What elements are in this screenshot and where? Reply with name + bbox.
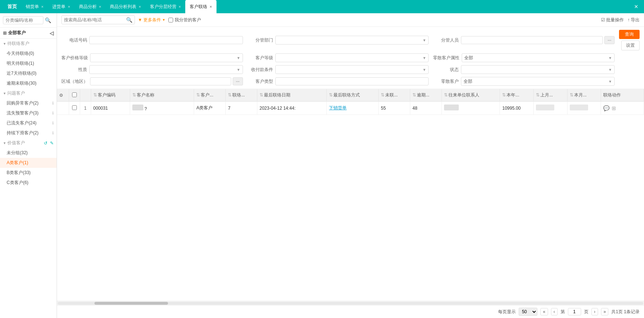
close-all-tabs-button[interactable]: ×: [631, 3, 641, 11]
th-last-method[interactable]: ⇅最后联络方式: [327, 89, 379, 102]
page-label: 第: [561, 309, 565, 315]
th-overdue[interactable]: ⇅逾期...: [410, 89, 442, 102]
triangle-icon: ▼: [3, 42, 6, 46]
sidebar-item-c-class[interactable]: C类客户(6): [0, 178, 57, 188]
th-category[interactable]: ⇅客户...: [194, 89, 226, 102]
filter-payment-select[interactable]: ▼: [275, 65, 429, 74]
th-last-date[interactable]: ⇅最后联络日期: [257, 89, 326, 102]
last-page-btn[interactable]: »: [601, 308, 609, 315]
search-icon-btn[interactable]: 🔍: [126, 17, 132, 23]
cell-checkbox[interactable]: [69, 102, 80, 115]
scrollbar-thumb[interactable]: [94, 302, 168, 305]
info-icon: ℹ: [52, 101, 54, 106]
filter-retail-customer-select[interactable]: 全部 ▼: [461, 77, 615, 86]
chat-action-icon[interactable]: 💬: [603, 105, 609, 111]
gear-icon[interactable]: ⚙: [59, 93, 63, 98]
cell-this-month: [567, 102, 601, 115]
filter-retail-customer: 零散客户 全部 ▼: [433, 77, 615, 86]
edit-value-icon[interactable]: ✎: [50, 141, 54, 146]
close-analysis-icon[interactable]: ×: [99, 4, 101, 9]
sidebar-item-b-class[interactable]: B类客户(33): [0, 168, 57, 178]
sidebar-item-continue-down[interactable]: 持续下滑客户(2) ℹ: [0, 128, 57, 138]
horizontal-scrollbar[interactable]: [57, 301, 644, 305]
nav-tab-analysis-list[interactable]: 商品分析列表 ×: [105, 0, 145, 13]
close-customer-contact-icon[interactable]: ×: [210, 4, 212, 9]
scrollbar-track[interactable]: [58, 302, 643, 305]
filter-person-more-btn[interactable]: ···: [604, 36, 615, 44]
filter-status-select[interactable]: ▼: [461, 65, 615, 74]
setting-button[interactable]: 设置: [621, 40, 640, 50]
filter-status-label: 状态: [433, 67, 459, 73]
nav-tab-purchase[interactable]: 进货单 ×: [48, 0, 74, 13]
cell-last-month: [534, 102, 568, 115]
filter-person-input[interactable]: [461, 36, 603, 44]
sidebar-item-a-class[interactable]: A类客户(1): [0, 158, 57, 168]
first-page-btn[interactable]: «: [540, 308, 548, 315]
sidebar-item-week[interactable]: 近7天待联络(0): [0, 68, 57, 78]
nav-tab-customer-segment[interactable]: 客户分层经营 ×: [146, 0, 185, 13]
filter-region-input[interactable]: [90, 77, 231, 85]
page-input[interactable]: [568, 308, 581, 315]
close-purchase-icon[interactable]: ×: [68, 4, 70, 9]
filter-more-btn[interactable]: ▼ 更多条件 ▼: [138, 17, 165, 23]
nav-tab-sales[interactable]: 销货单 ×: [21, 0, 48, 13]
customer-level-arrow: ▼: [422, 56, 426, 60]
name-color-block: [132, 105, 143, 110]
search-input[interactable]: [64, 17, 126, 22]
cell-actions: 💬 ⊞: [601, 102, 644, 115]
th-this-month[interactable]: ⇅本月...: [567, 89, 601, 102]
th-this-year[interactable]: ⇅本年...: [500, 89, 534, 102]
th-checkbox[interactable]: [69, 89, 80, 102]
close-sales-icon[interactable]: ×: [41, 4, 43, 9]
filter-region-more-btn[interactable]: ···: [233, 77, 243, 85]
sidebar-item-lost[interactable]: 已流失客户(24) ℹ: [0, 118, 57, 128]
sidebar-item-abnormal[interactable]: 回购异常客户(2) ℹ: [0, 98, 57, 108]
info-icon2: ℹ: [52, 111, 54, 116]
th-last-month[interactable]: ⇅上月...: [534, 89, 568, 102]
filter-phone-input[interactable]: [89, 36, 243, 44]
filter-price-level-select[interactable]: ▼: [90, 53, 243, 62]
sidebar-search-icon[interactable]: 🔍: [45, 17, 51, 23]
sidebar-item-tomorrow[interactable]: 明天待联络(1): [0, 59, 57, 68]
total-pages-label: 页: [584, 309, 588, 315]
th-code[interactable]: ⇅客户编码: [91, 89, 130, 102]
filter-dept-label: 分管部门: [247, 37, 273, 43]
cell-last-method[interactable]: 下销货单: [327, 102, 379, 115]
my-customer-checkbox-label[interactable]: 我分管的客户: [168, 17, 201, 23]
sidebar-item-overdue-contact[interactable]: 逾期未联络(30): [0, 78, 57, 88]
export-btn[interactable]: ↑ 导出: [627, 17, 640, 23]
row-checkbox[interactable]: [72, 105, 77, 110]
per-page-select[interactable]: 50 100 200: [519, 308, 537, 316]
qr-action-icon[interactable]: ⊞: [612, 105, 616, 111]
th-no-contact[interactable]: ⇅未联...: [379, 89, 410, 102]
collapse-sidebar-icon[interactable]: ◁: [50, 30, 54, 36]
next-page-btn[interactable]: ›: [591, 308, 598, 315]
th-contact[interactable]: ⇅联络...: [226, 89, 257, 102]
batch-op-btn[interactable]: ☑ 批量操作: [601, 17, 624, 23]
last-method-link[interactable]: 下销货单: [329, 105, 347, 110]
th-gear[interactable]: ⚙: [57, 89, 69, 102]
section-value-customer: ▼ 价值客户 ↺ ✎: [0, 138, 57, 148]
sidebar-item-unclassified[interactable]: 未分组(32): [0, 148, 57, 158]
close-customer-segment-icon[interactable]: ×: [179, 4, 181, 9]
sidebar-item-today[interactable]: 今天待联络(0): [0, 49, 57, 59]
filter-retail-attr-select[interactable]: 全部 ▼: [462, 53, 615, 62]
my-customer-checkbox[interactable]: [168, 18, 173, 22]
prev-page-btn[interactable]: ‹: [551, 308, 558, 315]
th-unit-contact[interactable]: ⇅往来单位联系人: [441, 89, 500, 102]
sidebar-item-lost-pre[interactable]: 流失预警客户(3) ℹ: [0, 108, 57, 118]
batch-op-icon: ☑: [601, 17, 605, 22]
query-button[interactable]: 查询: [619, 30, 640, 39]
nav-tab-customer-contact[interactable]: 客户联络 ×: [185, 0, 216, 13]
select-all-checkbox[interactable]: [72, 92, 77, 97]
th-name[interactable]: ⇅客户名称: [130, 89, 194, 102]
filter-dept-select[interactable]: ▼: [275, 36, 429, 45]
sidebar-search-input[interactable]: [3, 16, 43, 24]
nav-tab-analysis[interactable]: 商品分析 ×: [75, 0, 105, 13]
refresh-icon[interactable]: ↺: [44, 141, 47, 146]
close-analysis-list-icon[interactable]: ×: [139, 4, 141, 9]
filter-customer-type-input[interactable]: [275, 77, 429, 85]
nav-tab-home[interactable]: 首页: [3, 0, 21, 13]
filter-nature-select[interactable]: ▼: [89, 65, 243, 74]
filter-customer-level-select[interactable]: ▼: [275, 53, 429, 62]
